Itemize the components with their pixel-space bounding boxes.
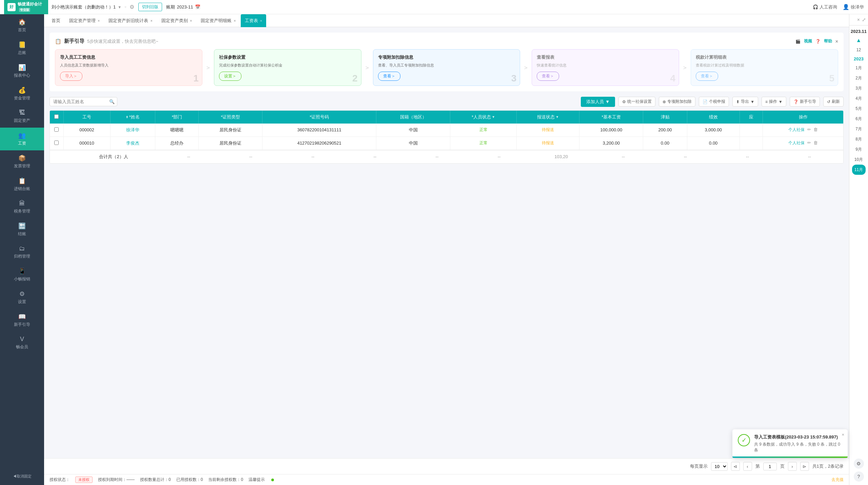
export-button[interactable]: ⬆ 导出 ▼ [732,97,758,107]
next-page-btn[interactable]: › [788,462,797,471]
last-page-btn[interactable]: ⊳ [800,462,809,471]
month-12[interactable]: 12 [852,45,866,55]
operations-button[interactable]: ≡ 操作 ▼ [762,97,786,107]
sidebar-item-close[interactable]: 🔚 结账 [0,218,44,241]
sidebar-item-funds[interactable]: 💰 资金管理 [0,82,44,105]
search-input[interactable] [50,97,117,106]
sidebar-item-member[interactable]: V 畅会员 [0,332,44,354]
ai-consult-btn[interactable]: 🎧 人工咨询 [813,4,837,10]
sidebar-item-tax[interactable]: 🏛 税务管理 [0,196,44,218]
sidebar-item-ledger[interactable]: 📒 总账 [0,37,44,60]
month-3[interactable]: 3月 [852,83,866,93]
step2-btn[interactable]: 设置＞ [219,72,241,81]
account-selector[interactable]: 刘小艳演示账套（勿删勿动！）1 ▼ [52,4,121,10]
th-report-status[interactable]: 报送状态 ▼ [517,111,579,124]
tab-payroll[interactable]: 工资表 × [241,14,266,27]
sales-icon: 📋 [18,177,26,185]
month-6[interactable]: 6月 [852,114,866,124]
guide-video-link[interactable]: 🎬视频 ❓帮助 × [795,38,838,44]
month-7[interactable]: 7月 [852,124,866,134]
tab-asset-category[interactable]: 固定资产类别 × [157,14,196,27]
user-info[interactable]: 👤 徐泽华 [843,4,864,10]
th-status[interactable]: *人员状态 ▼ [450,111,517,124]
special-deduct-button[interactable]: ⊕ 专项附加扣除 [659,97,695,107]
tab-depreciation[interactable]: 固定资产折旧统计表 × [104,14,156,27]
toast-close-button[interactable]: × [842,432,844,437]
month-2[interactable]: 2月 [852,73,866,83]
row1-social-link[interactable]: 个人社保 [788,127,805,132]
step3-btn[interactable]: 查看＞ [378,72,400,81]
account-dropdown-arrow[interactable]: ▼ [118,5,121,9]
row1-report-status: 待报送 [517,124,579,137]
sidebar-item-expense[interactable]: 📱 小畅报销 [0,263,44,286]
month-10[interactable]: 10月 [852,154,866,165]
sidebar-item-archive[interactable]: 🗂 归档管理 [0,241,44,263]
sidebar-item-reports[interactable]: 📊 报表中心 [0,60,44,82]
month-8[interactable]: 8月 [852,134,866,144]
step5-desc: 查看税款计算过程及明细数据 [696,62,833,68]
search-icon[interactable]: 🔍 [109,99,115,104]
sidebar-item-settings[interactable]: ⚙ 设置 [0,286,44,309]
sidebar-item-guide[interactable]: 📖 新手引导 [0,309,44,332]
row1-edit-icon[interactable]: ✏ [807,127,811,132]
row2-delete-icon[interactable]: 🗑 [813,140,818,145]
first-page-btn[interactable]: ⊲ [731,462,740,471]
row2-edit-icon[interactable]: ✏ [807,140,811,145]
panel-close-button[interactable]: × [857,17,860,22]
settings-icon[interactable]: ⚙ [130,4,134,10]
prev-page-btn[interactable]: ‹ [743,462,752,471]
row2-social-link[interactable]: 个人社保 [788,141,805,145]
tab-payroll-close[interactable]: × [260,19,262,23]
sidebar-item-assets[interactable]: 🏗 固定资产 [0,105,44,128]
row1-delete-icon[interactable]: 🗑 [813,127,818,132]
unified-social-button[interactable]: ⚙ 统一社保设置 [618,97,655,107]
switch-version-button[interactable]: 切到旧版 [138,3,162,11]
sidebar-item-payroll[interactable]: 👥 工资 [0,128,44,150]
cancel-fix-button[interactable]: ◀取消固定 [0,471,44,482]
page-input[interactable] [763,463,777,470]
tab-fixed-assets-close[interactable]: × [98,19,100,23]
guide-btn[interactable]: ❓ 新手引导 [790,97,820,107]
sidebar-item-sales[interactable]: 📋 进销台账 [0,173,44,196]
refresh-button[interactable]: ↺ 刷新 [823,97,844,107]
panel-settings-icon[interactable]: ⚙ [854,459,864,469]
sidebar-item-invoice[interactable]: 📦 发票管理 [0,150,44,173]
row1-name[interactable]: 徐泽华 [110,124,155,137]
year-down-btn[interactable]: 2023 [852,55,865,63]
toast-success-icon: ✓ [738,434,750,446]
tab-asset-detail[interactable]: 固定资产明细账 × [197,14,240,27]
calendar-icon[interactable]: 📅 [195,4,200,10]
export-label: 导出 [741,99,749,105]
th-name[interactable]: ⬆ *姓名 [110,111,155,124]
used-label: 已用授权数：0 [176,477,203,483]
guide-close-button[interactable]: × [835,39,838,44]
month-4[interactable]: 4月 [852,93,866,104]
go-auth-link[interactable]: 去充值 [831,477,844,483]
month-11[interactable]: 11月 [852,165,866,175]
row2-checkbox[interactable] [54,141,59,145]
row2-name[interactable]: 李俊杰 [110,136,155,150]
year-up-btn[interactable]: ▲ [855,36,863,45]
month-9[interactable]: 9月 [852,144,866,154]
right-panel-header: × ⤢ [849,14,868,25]
step4-btn[interactable]: 查看＞ [537,72,559,81]
tab-depreciation-close[interactable]: × [150,19,152,23]
month-1[interactable]: 1月 [852,63,866,73]
add-person-button[interactable]: 添加人员 ▼ [581,97,615,107]
tab-asset-category-close[interactable]: × [190,19,192,23]
row1-checkbox[interactable] [54,127,59,132]
tax-report-button[interactable]: 📄 个税申报 [699,97,729,107]
tab-fixed-assets[interactable]: 固定资产管理 × [65,14,104,27]
panel-help-icon[interactable]: ? [854,471,864,482]
month-5[interactable]: 5月 [852,104,866,114]
per-page-select[interactable]: 10 20 50 [711,462,728,471]
select-all-checkbox[interactable] [54,114,59,119]
guide-help-label: 帮助 [824,38,832,44]
panel-expand-button[interactable]: ⤢ [862,17,866,22]
pro-badge: 专业版 [19,8,30,12]
step1-btn[interactable]: 导入＞ [60,72,82,81]
sidebar-item-home[interactable]: 🏠 首页 [0,14,44,37]
tab-asset-detail-close[interactable]: × [234,19,236,23]
step5-btn[interactable]: 查看＞ [696,72,718,81]
tab-home[interactable]: 首页 [47,14,64,27]
